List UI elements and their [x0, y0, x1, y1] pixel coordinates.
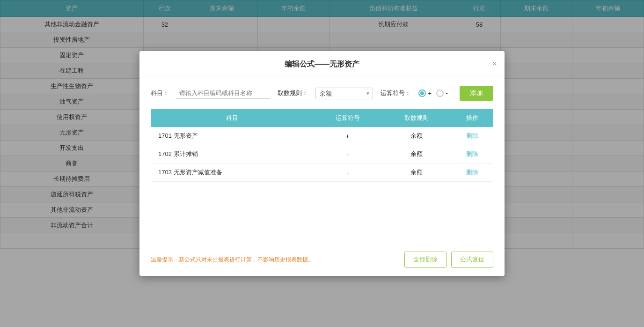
- modal-title: 编辑公式——无形资产: [285, 59, 359, 69]
- footer-buttons: 全部删除 公式复位: [404, 252, 493, 268]
- row2-rule: 余额: [382, 145, 451, 164]
- row2-subject: 1702 累计摊销: [151, 145, 313, 164]
- close-button[interactable]: ×: [492, 59, 497, 68]
- row3-subject: 1703 无形资产减值准备: [151, 164, 313, 182]
- modal-dialog: 编辑公式——无形资产 × 科目： 取数规则： 余额 借方发生额 贷方发生额 借方…: [139, 51, 505, 276]
- row1-delete-link[interactable]: 删除: [466, 132, 478, 139]
- radio-minus-circle: [436, 89, 444, 97]
- operator-group: + -: [418, 89, 448, 97]
- row1-subject: 1701 无形资产: [151, 127, 313, 145]
- radio-minus[interactable]: -: [436, 89, 448, 97]
- table-header-row: 科目 运算符号 取数规则 操作: [151, 109, 493, 127]
- table-row: 1701 无形资产 + 余额 删除: [151, 127, 493, 145]
- row1-rule: 余额: [382, 127, 451, 145]
- row3-rule: 余额: [382, 164, 451, 182]
- radio-plus-label: +: [428, 89, 432, 97]
- footer-tip: 温馨提示：新公式只对未出报表进行计算，不影响历史报表数据。: [151, 256, 314, 264]
- rule-select-container: 余额 借方发生额 贷方发生额 借方累计发生额 贷方累计发生额 ▼: [315, 88, 373, 99]
- modal-body: 科目： 取数规则： 余额 借方发生额 贷方发生额 借方累计发生额 贷方累计发生额…: [139, 76, 505, 245]
- form-row: 科目： 取数规则： 余额 借方发生额 贷方发生额 借方累计发生额 贷方累计发生额…: [151, 86, 493, 101]
- formula-table: 科目 运算符号 取数规则 操作 1701 无形资产 + 余额 删除: [151, 109, 493, 182]
- operator-label: 运算符号：: [381, 89, 411, 97]
- add-button[interactable]: 添加: [460, 86, 493, 101]
- radio-minus-label: -: [446, 89, 448, 97]
- table-row: 1703 无形资产减值准备 - 余额 删除: [151, 164, 493, 182]
- col-rule: 取数规则: [382, 109, 451, 127]
- modal-overlay: 编辑公式——无形资产 × 科目： 取数规则： 余额 借方发生额 贷方发生额 借方…: [0, 0, 644, 327]
- row2-action: 删除: [451, 145, 493, 164]
- col-action: 操作: [451, 109, 493, 127]
- row3-operator: -: [313, 164, 382, 182]
- radio-plus[interactable]: +: [418, 89, 432, 97]
- row3-action: 删除: [451, 164, 493, 182]
- row2-delete-link[interactable]: 删除: [466, 150, 478, 157]
- table-row: 1702 累计摊销 - 余额 删除: [151, 145, 493, 164]
- rule-select[interactable]: 余额 借方发生额 贷方发生额 借方累计发生额 贷方累计发生额: [315, 88, 373, 99]
- modal-footer: 温馨提示：新公式只对未出报表进行计算，不影响历史报表数据。 全部删除 公式复位: [139, 245, 505, 276]
- rule-label: 取数规则：: [278, 89, 308, 97]
- row1-operator: +: [313, 127, 382, 145]
- delete-all-button[interactable]: 全部删除: [404, 252, 446, 268]
- subject-label: 科目：: [151, 89, 169, 97]
- row1-action: 删除: [451, 127, 493, 145]
- col-subject: 科目: [151, 109, 313, 127]
- modal-header: 编辑公式——无形资产 ×: [139, 51, 505, 76]
- row3-delete-link[interactable]: 删除: [466, 169, 478, 176]
- row2-operator: -: [313, 145, 382, 164]
- reset-button[interactable]: 公式复位: [451, 252, 493, 268]
- subject-input[interactable]: [176, 88, 270, 99]
- col-operator: 运算符号: [313, 109, 382, 127]
- radio-plus-circle: [418, 89, 426, 97]
